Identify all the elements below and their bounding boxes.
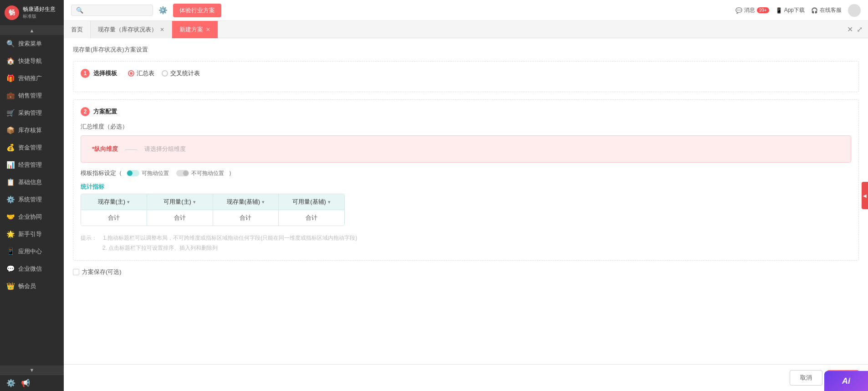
sidebar-item-finance[interactable]: 💰 资金管理 <box>0 139 64 156</box>
sidebar-scroll-up[interactable]: ▲ <box>0 26 64 35</box>
message-badge: 99+ <box>757 7 769 13</box>
settings-gear-icon[interactable]: ⚙️ <box>158 6 168 15</box>
cancel-button[interactable]: 取消 <box>790 370 822 386</box>
save-checkbox-row: 方案保存(可选) <box>73 268 859 276</box>
download-icon: 📱 <box>776 7 782 14</box>
tab-home[interactable]: 首页 <box>64 21 91 38</box>
sidebar-item-sales[interactable]: 💼 销售管理 <box>0 87 64 104</box>
stats-body-3: 合计 <box>213 210 279 226</box>
dimension-box[interactable]: *纵向维度 —— 请选择分组维度 <box>81 135 851 163</box>
tabs-bar: 首页 现存量（库存状况表） ✕ 新建方案 ✕ ✕ ⤢ <box>64 21 868 38</box>
non-draggable-toggle-box[interactable] <box>176 170 189 176</box>
tab-inventory[interactable]: 现存量（库存状况表） ✕ <box>91 21 172 38</box>
tab-inventory-label: 现存量（库存状况表） <box>98 26 157 34</box>
app-download-button[interactable]: 📱 App下载 <box>776 6 805 14</box>
right-sidebar-toggle[interactable]: ◀ <box>862 182 868 209</box>
sidebar-item-basic[interactable]: 📋 基础信息 <box>0 174 64 191</box>
message-button[interactable]: 💬 消息 99+ <box>735 6 769 14</box>
radio-cross[interactable]: 交叉统计表 <box>162 69 200 77</box>
tip-1: 1.拖动标题栏可以调整布局，不可跨维度或指标区域拖动任何字段(只能在同一维度或指… <box>103 235 357 241</box>
gift-icon: 🎁 <box>6 74 15 82</box>
sidebar-item-label: 经营管理 <box>18 161 42 169</box>
step1-block: 1 选择模板 汇总表 交叉统计表 <box>73 61 859 92</box>
sidebar-item-purchase[interactable]: 🛒 采购管理 <box>0 104 64 122</box>
chevron-down-icon[interactable]: ▾ <box>262 199 265 205</box>
sidebar-item-marketing[interactable]: 🎁 营销推广 <box>0 70 64 87</box>
tab-inventory-close-icon[interactable]: ✕ <box>160 26 164 33</box>
indicator-setting-label: 模板指标设定（ <box>81 169 122 177</box>
sidebar-item-label: 营销推广 <box>18 74 42 82</box>
radio-summary[interactable]: 汇总表 <box>128 69 154 77</box>
chart-icon: 📊 <box>6 161 15 169</box>
draggable-toggle[interactable]: 可拖动位置 <box>127 170 169 177</box>
tab-new-plan-close-icon[interactable]: ✕ <box>206 26 210 33</box>
expand-icon[interactable]: ⤢ <box>857 25 863 34</box>
info-icon: 📋 <box>6 178 15 186</box>
sidebar-item-system[interactable]: ⚙️ 系统管理 <box>0 191 64 208</box>
sidebar-item-enterprise[interactable]: 🤝 企业协同 <box>0 208 64 226</box>
close-panel-icon[interactable]: ✕ <box>847 25 853 34</box>
non-draggable-toggle[interactable]: 不可拖动位置 <box>176 170 224 177</box>
sidebar-item-member[interactable]: 👑 畅会员 <box>0 278 64 295</box>
page-title: 现存量(库存状况表)方案设置 <box>73 46 859 54</box>
stats-col-2[interactable]: 可用量(主) ▾ <box>147 194 213 210</box>
ai-label: Ai <box>842 376 850 386</box>
message-label: 消息 <box>744 6 755 14</box>
sidebar-item-quicknav[interactable]: 🏠 快捷导航 <box>0 52 64 70</box>
handshake-icon: 🤝 <box>6 213 15 221</box>
money-icon: 💰 <box>6 144 15 152</box>
ai-float-button[interactable]: Ai <box>824 371 868 391</box>
sidebar-item-operation[interactable]: 📊 经营管理 <box>0 156 64 174</box>
dimension-section-label: 汇总维度（必选） <box>81 123 851 131</box>
tab-home-label: 首页 <box>71 26 83 34</box>
online-service-button[interactable]: 🎧 在线客服 <box>811 6 842 14</box>
footer-bar: 取消 查询 <box>64 364 868 391</box>
avatar[interactable] <box>848 4 861 17</box>
sidebar-item-wechat[interactable]: 💬 企业微信 <box>0 260 64 278</box>
step2-title: 方案配置 <box>93 108 117 116</box>
box-icon: 📦 <box>6 126 15 134</box>
stats-body-row: 合计 合计 合计 合计 <box>81 210 344 226</box>
sidebar-nav: 🔍 搜索菜单 🏠 快捷导航 🎁 营销推广 💼 销售管理 🛒 采购管理 📦 库存核… <box>0 35 64 365</box>
sidebar-scroll-down[interactable]: ▼ <box>0 365 64 375</box>
topbar-right: 💬 消息 99+ 📱 App下载 🎧 在线客服 <box>735 4 861 17</box>
stats-header-row: 现存量(主) ▾ 可用量(主) ▾ 现存量(基辅) ▾ 可用量(基辅) ▾ <box>81 194 344 210</box>
sidebar-item-label: 快捷导航 <box>18 57 42 65</box>
sidebar-item-label: 系统管理 <box>18 196 42 204</box>
save-checkbox[interactable] <box>73 269 79 275</box>
template-radio-group: 汇总表 交叉统计表 <box>128 69 200 77</box>
star-icon: 🌟 <box>6 230 15 238</box>
sidebar-item-label: 库存核算 <box>18 126 42 134</box>
speaker-icon[interactable]: 📢 <box>21 379 30 387</box>
sidebar-item-search[interactable]: 🔍 搜索菜单 <box>0 35 64 52</box>
chevron-down-icon[interactable]: ▾ <box>127 199 130 205</box>
stats-col-1[interactable]: 现存量(主) ▾ <box>81 194 147 210</box>
chevron-down-icon[interactable]: ▾ <box>328 199 331 205</box>
search-input[interactable] <box>86 7 141 14</box>
draggable-toggle-box[interactable] <box>127 170 139 176</box>
radio-summary-circle <box>128 70 134 77</box>
sidebar-item-label: 畅会员 <box>18 282 36 290</box>
stats-col-3[interactable]: 现存量(基辅) ▾ <box>213 194 279 210</box>
sidebar-item-appcenter[interactable]: 📱 应用中心 <box>0 243 64 260</box>
sidebar-item-label: 企业协同 <box>18 213 42 221</box>
app-download-label: App下载 <box>784 6 805 14</box>
sidebar-item-inventory[interactable]: 📦 库存核算 <box>0 122 64 139</box>
stats-col-4[interactable]: 可用量(基辅) ▾ <box>279 194 344 210</box>
headset-icon: 🎧 <box>811 7 818 14</box>
stats-body-4: 合计 <box>279 210 344 226</box>
chevron-down-icon[interactable]: ▾ <box>193 199 196 205</box>
tab-new-plan[interactable]: 新建方案 ✕ <box>172 21 218 38</box>
sidebar-item-label: 新手引导 <box>18 230 42 238</box>
search-box[interactable]: 🔍 <box>71 5 153 16</box>
trial-button[interactable]: 体验行业方案 <box>173 4 221 17</box>
stats-body-2: 合计 <box>147 210 213 226</box>
online-service-label: 在线客服 <box>820 6 842 14</box>
sidebar: 畅 畅康通好生意 标准版 ▲ 🔍 搜索菜单 🏠 快捷导航 🎁 营销推广 💼 销售… <box>0 0 64 391</box>
tips-box: 提示： 1.拖动标题栏可以调整布局，不可跨维度或指标区域拖动任何字段(只能在同一… <box>81 233 851 253</box>
settings-icon[interactable]: ⚙️ <box>6 379 15 387</box>
save-checkbox-label: 方案保存(可选) <box>82 268 122 276</box>
sidebar-item-newguide[interactable]: 🌟 新手引导 <box>0 226 64 243</box>
cart-icon: 🛒 <box>6 109 15 117</box>
message-icon: 💬 <box>735 7 742 14</box>
